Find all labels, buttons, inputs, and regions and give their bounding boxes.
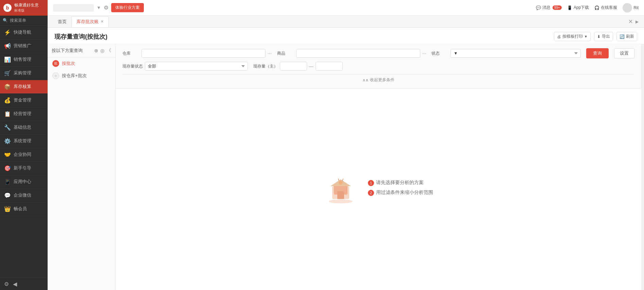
collapse-more-button[interactable]: ∧∧ 收起更多条件 xyxy=(122,74,634,84)
sidebar-item-sales[interactable]: 📊 销售管理 xyxy=(0,53,48,67)
tab-bar: 首页 库存批次账 ✕ ✕ ▶ xyxy=(48,16,644,28)
new-guide-icon: 🎯 xyxy=(4,165,11,171)
brand-name: 畅康通好生意 xyxy=(14,3,39,8)
user-group[interactable]: Rit xyxy=(623,3,639,13)
warehouse-dots[interactable]: ··· xyxy=(268,51,272,56)
scheme-item-warehouse-batch[interactable]: ○ 按仓库+批次 xyxy=(48,70,115,82)
empty-text-area: 1 请先选择要分析的方案 2 用过滤条件来缩小分析范围 xyxy=(368,180,433,199)
member-icon: 👑 xyxy=(4,206,11,212)
brand-version: 标准版 xyxy=(14,8,39,13)
left-panel-header: 按以下方案查询 ⊕ ◎ 《 xyxy=(48,44,115,57)
panel-close-button[interactable]: ✕ xyxy=(627,17,634,26)
step-1-num: 1 xyxy=(368,180,374,186)
sidebar-item-label: 营销推广 xyxy=(14,43,31,49)
message-label: 消息 xyxy=(542,5,550,11)
print-dropdown-icon[interactable]: ▼ xyxy=(584,35,588,38)
stock-main-from[interactable] xyxy=(280,62,307,71)
tab-close-icon[interactable]: ✕ xyxy=(101,19,104,24)
product-input[interactable] xyxy=(296,49,420,58)
quick-nav-icon: ⚡ xyxy=(4,29,11,36)
scheme-item-batch[interactable]: 批 按批次 xyxy=(48,57,115,70)
left-panel: 按以下方案查询 ⊕ ◎ 《 批 按批次 ○ 按仓库+批次 xyxy=(48,44,116,290)
add-scheme-icon[interactable]: ⊕ xyxy=(94,48,98,53)
print-label: 按模板打印 xyxy=(562,34,583,39)
filter-warehouse: 仓库 ··· xyxy=(122,49,272,58)
sidebar-scroll: ⚡ 快捷导航 📢 营销推广 📊 销售管理 🛒 采购管理 📦 库存核算 💰 资金管… xyxy=(0,26,48,278)
empty-illustration xyxy=(324,173,358,206)
enterprise-wechat-icon: 💬 xyxy=(4,192,11,199)
warehouse-label: 仓库 xyxy=(122,51,139,56)
sidebar-item-label: 快捷导航 xyxy=(14,29,31,35)
settings-button[interactable]: 设置 xyxy=(614,48,634,58)
query-button[interactable]: 查询 xyxy=(586,48,609,58)
panel-expand-icon[interactable]: ▶ xyxy=(635,19,639,24)
breadcrumb-dropdown-icon[interactable]: ▼ xyxy=(97,5,101,10)
filter-product: 商品 ··· xyxy=(277,49,426,58)
message-group[interactable]: 💬 消息 99+ xyxy=(536,5,562,11)
mobile-icon: 📱 xyxy=(567,5,572,10)
sidebar-item-basic-info[interactable]: 🔧 基础信息 xyxy=(0,121,48,134)
user-name: Rit xyxy=(633,5,639,10)
online-service-group[interactable]: 🎧 在线客服 xyxy=(594,5,617,11)
range-separator: — xyxy=(309,64,313,69)
footer-collapse-icon[interactable]: ◀ xyxy=(13,281,17,287)
refresh-button[interactable]: 🔄 刷新 xyxy=(616,32,637,41)
warehouse-input[interactable] xyxy=(141,49,266,58)
stock-status-select[interactable]: 全部 正常 缺货 xyxy=(145,62,248,71)
scrollbar[interactable] xyxy=(641,44,644,290)
stock-main-to[interactable] xyxy=(316,62,343,71)
sidebar-item-member[interactable]: 👑 畅会员 xyxy=(0,202,48,216)
export-button[interactable]: ⬇ 导出 xyxy=(594,32,613,41)
scheme-icon-batch: 批 xyxy=(52,60,59,67)
step-1-text: 请先选择要分析的方案 xyxy=(376,180,424,186)
scheme-collapse-icon[interactable]: 《 xyxy=(106,48,111,54)
empty-state: 1 请先选择要分析的方案 2 用过滤条件来缩小分析范围 xyxy=(116,89,641,290)
sidebar-item-quick-nav[interactable]: ⚡ 快捷导航 xyxy=(0,26,48,39)
product-dots[interactable]: ··· xyxy=(422,51,426,56)
sidebar-item-operations[interactable]: 📋 经营管理 xyxy=(0,107,48,121)
scheme-settings-icon[interactable]: ◎ xyxy=(100,48,104,53)
sidebar-item-enterprise[interactable]: 🤝 企业协同 xyxy=(0,148,48,162)
stock-status-label: 现存量状态 xyxy=(122,64,143,69)
svg-point-5 xyxy=(339,181,343,185)
sidebar-header: b 畅康通好生意 标准版 xyxy=(0,0,48,16)
filter-status: 状态 ▼ 启用 停用 xyxy=(431,49,581,58)
sidebar-item-system[interactable]: ⚙️ 系统管理 xyxy=(0,134,48,148)
app-download-group[interactable]: 📱 App下载 xyxy=(567,5,589,11)
sidebar-item-finance[interactable]: 💰 资金管理 xyxy=(0,94,48,107)
left-panel-actions: ⊕ ◎ 《 xyxy=(94,48,111,54)
step-2-num: 2 xyxy=(368,190,374,196)
sidebar-item-new-guide[interactable]: 🎯 新手引导 xyxy=(0,162,48,175)
settings-icon[interactable]: ⚙ xyxy=(104,4,108,11)
print-button[interactable]: 🖨 按模板打印 ▼ xyxy=(554,32,591,41)
refresh-label: 刷新 xyxy=(626,34,634,39)
headset-icon: 🎧 xyxy=(594,5,599,10)
tab-batch-account[interactable]: 库存批次账 ✕ xyxy=(71,16,109,27)
step-2: 2 用过滤条件来缩小分析范围 xyxy=(368,189,433,196)
export-label: 导出 xyxy=(602,34,610,39)
sidebar-item-enterprise-wechat[interactable]: 💬 企业微信 xyxy=(0,189,48,202)
search-menu[interactable]: 🔍 搜索菜单 xyxy=(0,16,48,26)
sidebar: b 畅康通好生意 标准版 🔍 搜索菜单 ⚡ 快捷导航 📢 营销推广 📊 销售管理… xyxy=(0,0,48,290)
message-icon: 💬 xyxy=(536,5,541,10)
footer-settings-icon[interactable]: ⚙ xyxy=(4,281,9,287)
operations-icon: 📋 xyxy=(4,111,11,117)
status-select[interactable]: ▼ 启用 停用 xyxy=(451,49,581,58)
industry-solution-button[interactable]: 体验行业方案 xyxy=(111,3,144,12)
scheme-label-warehouse-batch: 按仓库+批次 xyxy=(62,73,87,79)
step-2-text: 用过滤条件来缩小分析范围 xyxy=(376,189,433,196)
sidebar-item-label: 库存核算 xyxy=(14,84,31,90)
product-label: 商品 xyxy=(277,51,294,56)
page-actions: 🖨 按模板打印 ▼ ⬇ 导出 🔄 刷新 xyxy=(554,32,637,41)
sidebar-item-label: 应用中心 xyxy=(14,179,31,185)
right-panel: 仓库 ··· 商品 ··· 状态 ▼ xyxy=(116,44,641,290)
topbar: ▼ ⚙ 体验行业方案 💬 消息 99+ 📱 App下载 🎧 在线客服 Rit xyxy=(48,0,644,16)
sidebar-item-marketing[interactable]: 📢 营销推广 xyxy=(0,39,48,53)
chevron-up-icon: ∧∧ xyxy=(362,78,369,83)
sidebar-item-app-center[interactable]: 📱 应用中心 xyxy=(0,175,48,189)
tab-home[interactable]: 首页 xyxy=(53,17,71,27)
finance-icon: 💰 xyxy=(4,97,11,104)
sidebar-item-inventory[interactable]: 📦 库存核算 xyxy=(0,80,48,94)
sidebar-item-purchase[interactable]: 🛒 采购管理 xyxy=(0,67,48,80)
breadcrumb-input[interactable] xyxy=(53,4,94,12)
